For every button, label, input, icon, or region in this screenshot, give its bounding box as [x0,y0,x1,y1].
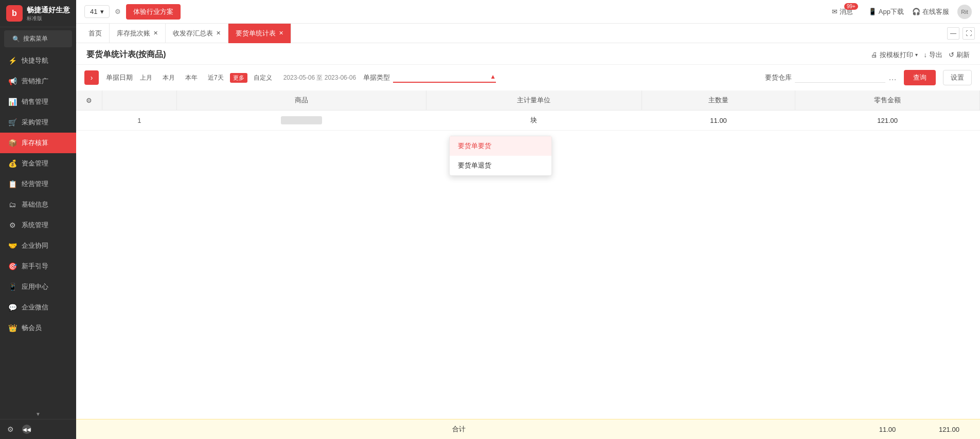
tab-label: 库存批次账 [117,29,150,38]
tab-close-icon[interactable]: ✕ [153,30,158,36]
sidebar-item-wechat-biz[interactable]: 💬 企业微信 [0,297,76,318]
date-filter-group: 单据日期 上月 本月 本年 近7天 更多 自定义 [106,72,276,84]
user-avatar[interactable]: Rit [957,5,972,19]
date-shortcuts: 上月 本月 本年 近7天 更多 自定义 [136,72,276,84]
topbar-left: 41 ▾ ⚙ 体验行业方案 [84,4,181,20]
sidebar-item-label: 应用中心 [22,282,48,291]
topbar: 41 ▾ ⚙ 体验行业方案 ✉ 消息 99+ 📱 App下载 🎧 在线客服 Ri… [76,0,980,24]
refresh-icon: ↺ [949,51,954,59]
sidebar-item-enterprise[interactable]: 🤝 企业协同 [0,235,76,256]
online-service-btn[interactable]: 🎧 在线客服 [912,7,949,16]
dropdown-option-1[interactable]: 要货单退货 [450,156,551,175]
industry-solution-btn[interactable]: 体验行业方案 [126,4,181,20]
th-quantity: 主数量 [642,90,795,111]
logo-text: 畅捷通好生意 标准版 [27,5,70,21]
sidebar-item-vip[interactable]: 👑 畅会员 [0,318,76,338]
search-menu[interactable]: 🔍 搜索菜单 [4,30,72,47]
table-wrapper: ⚙ 商品 主计量单位 主数量 零售金额 1 [76,90,980,131]
download-icon: 📱 [868,8,877,15]
quick-nav-icon: ⚡ [7,56,17,66]
table-footer: 合计 11.00 121.00 [76,419,980,439]
sidebar-item-label: 采购管理 [22,118,48,127]
tabs-expand-btn[interactable]: ⛶ [963,27,975,40]
this-month-btn[interactable]: 本月 [158,72,179,84]
tab-home[interactable]: 首页 [81,24,110,43]
refresh-btn[interactable]: ↺ 刷新 [949,50,970,60]
sidebar-item-sales[interactable]: 📊 销售管理 [0,92,76,112]
app-download-btn[interactable]: 📱 App下载 [868,7,904,16]
td-settings [76,111,102,131]
sidebar-item-purchase[interactable]: 🛒 采购管理 [0,112,76,133]
settings-bottom-icon[interactable]: ⚙ [7,425,14,433]
online-service-label: 在线客服 [922,7,949,16]
tab-summary[interactable]: 收发存汇总表 ✕ [166,24,228,43]
page-header: 要货单统计表(按商品) 🖨 按模板打印 ▾ ↓ 导出 ↺ 刷新 [76,43,980,65]
sidebar-item-label: 销售管理 [22,97,48,106]
th-seq [102,90,177,111]
last-7-days-btn[interactable]: 近7天 [204,72,228,84]
sidebar-item-label: 基础信息 [22,200,48,209]
th-unit: 主计量单位 [426,90,642,111]
sidebar-item-finance[interactable]: 💰 资金管理 [0,153,76,174]
sidebar-bottom: ⚙ ◀◀ [0,419,76,439]
product-blurred [281,116,322,124]
tab-close-icon[interactable]: ✕ [216,30,221,36]
td-unit: 块 [426,111,642,131]
sidebar-scroll-down[interactable]: ▼ [0,409,76,419]
sidebar-collapse-btn[interactable]: ◀◀ [22,425,31,434]
custom-date-btn[interactable]: 自定义 [250,72,276,84]
table-header-row: ⚙ 商品 主计量单位 主数量 零售金额 [76,90,980,111]
logo-main: 畅捷通好生意 [27,5,70,14]
sidebar-item-inventory[interactable]: 📦 库存核算 [0,133,76,153]
chevron-down-icon: ▾ [100,8,104,15]
filter-settings-btn[interactable]: 设置 [943,70,972,85]
wechat-biz-icon: 💬 [7,302,17,313]
dropdown-option-0[interactable]: 要货单要货 [450,136,551,156]
tab-home-label: 首页 [88,29,102,38]
th-product: 商品 [177,90,426,111]
chevron-up-icon[interactable]: ▲ [490,73,496,80]
app-download-label: App下载 [879,7,904,16]
avatar-text: Rit [961,9,968,15]
filter-expand-btn[interactable]: › [84,70,99,85]
sidebar-item-basic-info[interactable]: 🗂 基础信息 [0,194,76,215]
purchase-icon: 🛒 [7,117,17,127]
service-icon: 🎧 [912,8,920,15]
sidebar-item-label: 快捷导航 [22,56,48,65]
tabs-minimize-btn[interactable]: — [947,27,959,40]
sidebar-item-app-center[interactable]: 📱 应用中心 [0,277,76,297]
query-btn[interactable]: 查询 [904,70,936,85]
column-settings-icon[interactable]: ⚙ [86,97,92,104]
sidebar-item-quick-nav[interactable]: ⚡ 快捷导航 [0,50,76,71]
logo-sub: 标准版 [27,15,70,22]
inventory-icon: 📦 [7,138,17,148]
th-settings[interactable]: ⚙ [76,90,102,111]
this-year-btn[interactable]: 本年 [181,72,202,84]
store-selector[interactable]: 41 ▾ [84,5,110,18]
sidebar-nav: ⚡ 快捷导航 📢 营销推广 📊 销售管理 🛒 采购管理 📦 库存核算 💰 资金管… [0,50,76,409]
settings-icon[interactable]: ⚙ [115,8,121,15]
more-dates-btn[interactable]: 更多 [230,73,247,83]
warehouse-input[interactable] [795,72,885,83]
sidebar-item-guide[interactable]: 🎯 新手引导 [0,256,76,277]
tab-order-stats[interactable]: 要货单统计表 ✕ [228,24,291,43]
export-btn[interactable]: ↓ 导出 [924,50,943,60]
page-title: 要货单统计表(按商品) [86,49,166,60]
td-amount: 121.00 [795,111,980,131]
sidebar-item-system[interactable]: ⚙ 系统管理 [0,215,76,235]
enterprise-icon: 🤝 [7,241,17,251]
sidebar-item-marketing[interactable]: 📢 营销推广 [0,71,76,92]
tab-inventory-batch[interactable]: 库存批次账 ✕ [110,24,166,43]
print-btn[interactable]: 🖨 按模板打印 ▾ [871,50,918,60]
search-label: 搜索菜单 [23,34,48,43]
messages-btn[interactable]: ✉ 消息 99+ [832,7,853,16]
guide-icon: 🎯 [7,261,17,271]
sidebar-item-operations[interactable]: 📋 经营管理 [0,174,76,194]
more-options-icon[interactable]: … [888,73,897,82]
basic-info-icon: 🗂 [7,199,17,210]
tab-close-icon[interactable]: ✕ [279,30,283,36]
tab-label: 收发存汇总表 [173,29,213,38]
type-select-input[interactable] [393,73,488,81]
last-month-btn[interactable]: 上月 [136,72,156,84]
filter-bar: › 单据日期 上月 本月 本年 近7天 更多 自定义 2023-05-06 至 … [76,65,980,90]
